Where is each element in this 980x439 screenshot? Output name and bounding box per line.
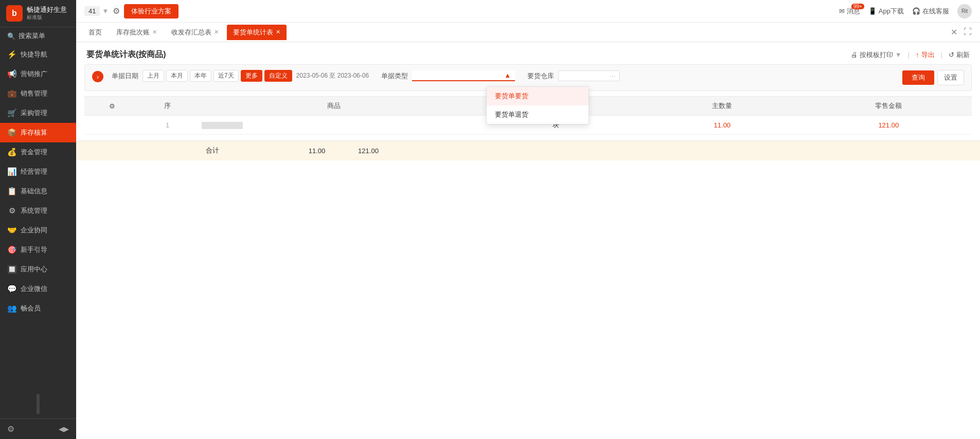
online-service-btn[interactable]: 🎧 在线客服 (912, 7, 949, 16)
warehouse-label: 要货仓库 (527, 71, 554, 81)
sidebar-logo: b 畅捷通好生意 标准版 (0, 0, 76, 27)
refresh-icon: ↺ (949, 51, 954, 59)
filter-bar: › 单据日期 上月 本月 本年 近7天 更多 自定义 2023-05-06 至 … (84, 64, 972, 91)
tab-batch-account[interactable]: 库存批次账 ✕ (110, 25, 163, 40)
appcenter-icon: 🔲 (7, 265, 16, 274)
more-btn[interactable]: 更多 (241, 70, 262, 82)
sidebar-item-corpwechat[interactable]: 💬 企业微信 (0, 279, 76, 299)
shortcut-icon: ⚡ (7, 50, 16, 59)
search-icon: 🔍 (7, 32, 15, 40)
account-chevron-icon: ▼ (102, 7, 109, 15)
sidebar-item-system[interactable]: ⚙ 系统管理 (0, 201, 76, 221)
dropdown-item-order-goods[interactable]: 要货单要货 (487, 87, 589, 105)
refresh-btn[interactable]: ↺ 刷新 (949, 50, 970, 60)
search-menu-item[interactable]: 🔍 搜索菜单 (0, 27, 76, 45)
table-footer: 合计 11.00 121.00 (76, 140, 980, 160)
sidebar-item-purchase[interactable]: 🛒 采购管理 (0, 103, 76, 123)
page-header: 要货单统计表(按商品) 🖨 按模板打印 ▼ | ↑ 导出 | ↺ 刷新 (76, 42, 980, 64)
filter-actions: 查询 设置 (902, 70, 964, 85)
tabs-actions: ✕ ⛶ (949, 27, 974, 37)
basicinfo-icon: 📋 (7, 187, 16, 196)
query-btn[interactable]: 查询 (902, 70, 934, 85)
tab-receipt-summary[interactable]: 收发存汇总表 ✕ (165, 25, 225, 40)
maximize-icon[interactable]: ⛶ (961, 27, 974, 37)
account-selector[interactable]: 41 ▼ (84, 6, 109, 16)
sidebar-item-finance[interactable]: 💰 资金管理 (0, 142, 76, 162)
sidebar-item-shortcut[interactable]: ⚡ 快捷导航 (0, 45, 76, 64)
purchase-icon: 🛒 (7, 108, 16, 118)
col-product-header: 商品 (195, 97, 473, 116)
col-amount-header: 零售金额 (806, 97, 972, 116)
action-divider: | (908, 51, 910, 59)
action-divider2: | (941, 51, 942, 59)
type-dropdown: 要货单要货 要货单退货 (486, 86, 589, 124)
date-range-display: 2023-05-06 至 2023-06-06 (296, 71, 369, 80)
newguide-icon: 🎯 (7, 245, 16, 254)
filter-expand-btn[interactable]: › (92, 71, 103, 82)
row-product-cell (195, 116, 473, 135)
tabs-bar: 首页 库存批次账 ✕ 收发存汇总表 ✕ 要货单统计表 ✕ ✕ ⛶ (76, 23, 980, 42)
sidebar-item-appcenter[interactable]: 🔲 应用中心 (0, 260, 76, 279)
sidebar-item-marketing[interactable]: 📢 营销推广 (0, 64, 76, 84)
sidebar-scrollbar[interactable] (37, 394, 40, 414)
export-btn[interactable]: ↑ 导出 (916, 50, 935, 60)
service-icon: 🎧 (912, 7, 920, 15)
chevron-right-icon: › (97, 73, 99, 81)
print-template-btn[interactable]: 🖨 按模板打印 ▼ (851, 50, 902, 60)
sidebar-item-sales[interactable]: 💼 销售管理 (0, 84, 76, 103)
gear-icon[interactable]: ⚙ (109, 102, 115, 110)
type-label: 单据类型 (381, 71, 408, 81)
tab-order-summary[interactable]: 要货单统计表 ✕ (227, 25, 287, 40)
app-logo-icon: b (6, 5, 23, 22)
tab-home[interactable]: 首页 (82, 25, 108, 40)
custom-date-btn[interactable]: 自定义 (264, 70, 292, 82)
dropdown-item-order-return[interactable]: 要货单退货 (487, 105, 589, 124)
system-icon: ⚙ (7, 206, 16, 215)
settings-icon[interactable]: ⚙ (7, 424, 14, 434)
sidebar-item-enterprise[interactable]: 🤝 企业协同 (0, 221, 76, 240)
topbar-right: ✉ 消息 99+ 📱 App下载 🎧 在线客服 Rit (839, 4, 972, 19)
sidebar-item-member[interactable]: 👥 畅会员 (0, 299, 76, 318)
last-month-btn[interactable]: 上月 (142, 70, 164, 82)
close-receipt-summary-icon[interactable]: ✕ (214, 29, 219, 35)
sidebar-item-newguide[interactable]: 🎯 新手引导 (0, 240, 76, 260)
topbar-gear-icon[interactable]: ⚙ (113, 6, 120, 16)
col-gear-header[interactable]: ⚙ (84, 97, 140, 116)
operations-icon: 📊 (7, 167, 16, 176)
app-download-btn[interactable]: 📱 App下载 (868, 7, 904, 16)
app-brand: 畅捷通好生意 标准版 (27, 6, 67, 22)
this-year-btn[interactable]: 本年 (190, 70, 211, 82)
sidebar: b 畅捷通好生意 标准版 🔍 搜索菜单 ⚡ 快捷导航 📢 营销推广 💼 销售管理… (0, 0, 76, 439)
topbar: 41 ▼ ⚙ 体验行业方案 ✉ 消息 99+ 📱 App下载 🎧 在线客服 Ri… (76, 0, 980, 23)
sidebar-item-operations[interactable]: 📊 经营管理 (0, 162, 76, 181)
row-no-cell: 1 (140, 116, 195, 135)
row-gear-cell (84, 116, 140, 135)
col-no-header: 序 (140, 97, 195, 116)
warehouse-select[interactable]: ··· (558, 70, 620, 81)
topbar-left: 41 ▼ ⚙ 体验行业方案 (84, 4, 833, 19)
filter-date-group: 单据日期 上月 本月 本年 近7天 更多 自定义 2023-05-06 至 20… (112, 70, 894, 82)
this-month-btn[interactable]: 本月 (166, 70, 188, 82)
sidebar-bottom: ⚙ ◀▶ (0, 418, 76, 439)
user-avatar[interactable]: Rit (957, 4, 972, 19)
close-tabs-icon[interactable]: ✕ (949, 27, 959, 37)
type-select[interactable]: ▲ (412, 70, 515, 81)
close-batch-account-icon[interactable]: ✕ (152, 29, 157, 35)
marketing-icon: 📢 (7, 69, 16, 79)
sales-icon: 💼 (7, 89, 16, 98)
row-qty-cell: 11.00 (639, 116, 805, 135)
collapse-icon[interactable]: ◀▶ (59, 425, 69, 433)
type-input[interactable] (416, 71, 504, 79)
last-7days-btn[interactable]: 近7天 (213, 70, 239, 82)
sidebar-item-inventory[interactable]: 📦 库存核算 (0, 123, 76, 142)
messages-btn[interactable]: ✉ 消息 99+ (839, 7, 860, 16)
sidebar-item-basicinfo[interactable]: 📋 基础信息 (0, 181, 76, 201)
type-select-arrow-icon[interactable]: ▲ (504, 71, 511, 79)
sidebar-nav: ⚡ 快捷导航 📢 营销推广 💼 销售管理 🛒 采购管理 📦 库存核算 💰 资金管… (0, 45, 76, 392)
row-amount-cell: 121.00 (806, 116, 972, 135)
page-title: 要货单统计表(按商品) (86, 49, 166, 60)
close-order-summary-icon[interactable]: ✕ (276, 29, 280, 35)
warehouse-more-icon[interactable]: ··· (610, 72, 615, 80)
setting-btn[interactable]: 设置 (937, 70, 964, 85)
trial-btn[interactable]: 体验行业方案 (124, 4, 179, 19)
